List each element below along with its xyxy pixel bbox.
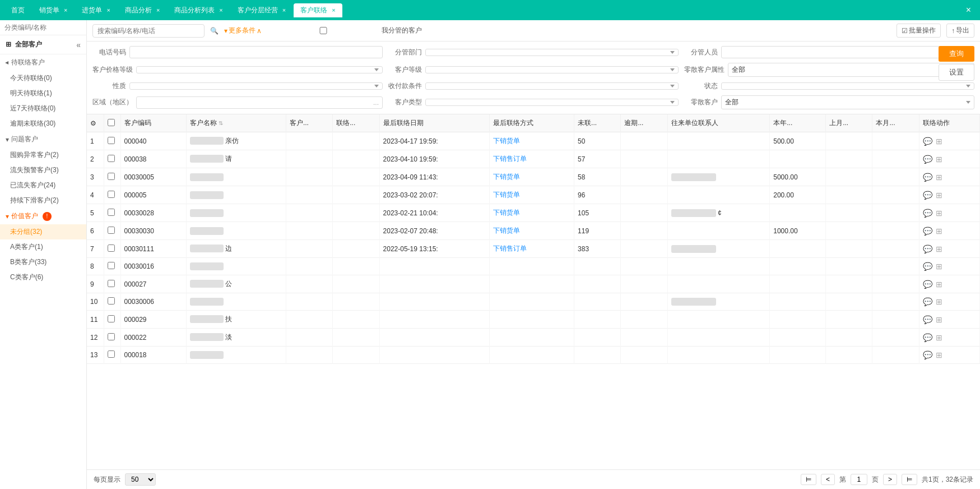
row-checkbox[interactable] [104,222,120,240]
section-pending-contact[interactable]: ▾ 待联络客户 [0,54,86,71]
chat-icon[interactable]: 💬 [923,315,932,324]
row-checkbox[interactable] [104,258,120,275]
my-customers-checkbox[interactable] [267,27,379,34]
prev-page-button[interactable]: < [821,474,835,485]
chat-icon[interactable]: 💬 [923,262,932,271]
grid-icon[interactable]: ⊞ [936,209,942,218]
last-method-link[interactable]: 下销货单 [493,137,520,145]
grid-icon[interactable]: ⊞ [936,333,942,342]
sidebar-item-overdue-pending[interactable]: 逾期未联络(30) [0,116,86,131]
close-customer-contact-tab[interactable]: × [332,7,335,13]
row-checkbox[interactable] [104,311,120,329]
nav-home[interactable]: 首页 [4,3,31,17]
customer-level-select[interactable] [425,66,679,73]
chat-icon[interactable]: 💬 [923,209,932,218]
row-checkbox[interactable] [104,150,120,168]
status-select[interactable] [721,82,974,90]
first-page-button[interactable]: ⊨ [801,474,816,485]
col-this-year-header[interactable]: 本年... [770,114,826,132]
batch-ops-button[interactable]: ☑ 批量操作 [897,24,941,38]
row-select-checkbox[interactable] [108,155,115,162]
last-method-link[interactable]: 下销售订单 [493,245,527,252]
row-last-method[interactable]: 下销货单 [490,204,574,222]
page-number-input[interactable] [851,474,867,485]
grid-icon[interactable]: ⊞ [936,191,942,200]
sidebar-item-tomorrow-pending[interactable]: 明天待联络(1) [0,86,86,101]
chat-icon[interactable]: 💬 [923,297,932,306]
category-search-input[interactable] [4,24,87,31]
row-last-method[interactable]: 下销售订单 [490,240,574,258]
row-last-method[interactable]: 下销货单 [490,168,574,186]
row-select-checkbox[interactable] [108,280,115,287]
row-last-method[interactable]: 下销货单 [490,132,574,150]
row-select-checkbox[interactable] [108,315,115,322]
sidebar-item-lost[interactable]: 已流失客户(24) [0,178,86,193]
last-method-link[interactable]: 下销货单 [493,227,520,234]
row-select-checkbox[interactable] [108,350,115,358]
price-level-select[interactable] [136,66,383,73]
section-value-customers[interactable]: ▾ 价值客户 ! [0,208,86,224]
col-settings[interactable]: ⚙ [87,114,104,132]
collapse-sidebar-icon[interactable]: « [76,40,81,49]
sidebar-item-class-c[interactable]: C类客户(6) [0,270,86,285]
retail-customer-select[interactable]: 全部 [721,95,974,109]
row-select-checkbox[interactable] [108,262,115,269]
col-partner-header[interactable]: 往来单位联系人 [667,114,770,132]
row-checkbox[interactable] [104,168,120,186]
col-last-method-header[interactable]: 最后联络方式 [490,114,574,132]
col-last-month-header[interactable]: 上月... [826,114,872,132]
row-checkbox[interactable] [104,329,120,347]
last-page-button[interactable]: ⊨ [902,474,917,485]
my-customers-checkbox-label[interactable]: 我分管的客户 [267,26,422,35]
row-select-checkbox[interactable] [108,209,115,216]
manager-input[interactable]: ... [721,46,974,58]
col-type-header[interactable]: 客户... [286,114,332,132]
row-select-checkbox[interactable] [108,297,115,305]
grid-icon[interactable]: ⊞ [936,315,942,324]
settings-icon[interactable]: ⚙ [90,119,96,127]
search-submit-icon[interactable]: 🔍 [210,27,219,35]
row-select-checkbox[interactable] [108,173,115,180]
sidebar-item-abnormal[interactable]: 囤购异常客户(2) [0,147,86,163]
grid-icon[interactable]: ⊞ [936,262,942,271]
row-last-method[interactable]: 下销售订单 [490,150,574,168]
sidebar-item-today-pending[interactable]: 今天待联络(0) [0,71,86,86]
row-last-method[interactable]: 下销货单 [490,186,574,204]
sidebar-item-7day-pending[interactable]: 近7天待联络(0) [0,101,86,116]
nav-sales[interactable]: 销货单 × [32,3,74,17]
nav-product-analysis[interactable]: 商品分析 × [118,3,166,17]
row-checkbox[interactable] [104,240,120,258]
chat-icon[interactable]: 💬 [923,173,932,182]
col-uncontacted-header[interactable]: 未联... [574,114,621,132]
grid-icon[interactable]: ⊞ [936,227,942,236]
row-checkbox[interactable] [104,132,120,150]
close-product-analysis-list-tab[interactable]: × [219,7,222,13]
grid-icon[interactable]: ⊞ [936,350,942,359]
customer-type-select[interactable] [425,99,679,106]
row-select-checkbox[interactable] [108,137,115,144]
window-close-button[interactable]: × [962,5,976,15]
col-name-header[interactable]: 客户名称 ⇅ [187,114,286,132]
row-last-method[interactable]: 下销货单 [490,222,574,240]
sidebar-item-loss-warning[interactable]: 流失预警客户(3) [0,163,86,178]
sidebar-item-class-b[interactable]: B类客户(33) [0,255,86,270]
payment-select[interactable] [425,82,679,90]
phone-input[interactable] [129,46,383,58]
chat-icon[interactable]: 💬 [923,350,932,359]
search-input[interactable] [92,24,205,38]
all-customers-item[interactable]: ⊞ 全部客户 « [0,35,86,54]
grid-icon[interactable]: ⊞ [936,280,942,289]
col-code-header[interactable]: 客户编码 [120,114,187,132]
retail-attr-select[interactable]: 全部 [728,63,974,77]
page-size-select[interactable]: 50 100 200 [125,473,156,486]
last-method-link[interactable]: 下销货单 [493,173,520,181]
close-product-analysis-tab[interactable]: × [156,7,160,13]
section-problem-customers[interactable]: ▾ 问题客户 [0,131,86,147]
dept-select[interactable] [425,49,679,56]
nav-product-analysis-list[interactable]: 商品分析列表 × [168,3,229,17]
row-checkbox[interactable] [104,275,120,293]
row-checkbox[interactable] [104,347,120,364]
query-button[interactable]: 查询 [939,46,974,62]
sidebar-item-class-a[interactable]: A类客户(1) [0,239,86,255]
last-method-link[interactable]: 下销售订单 [493,155,527,163]
